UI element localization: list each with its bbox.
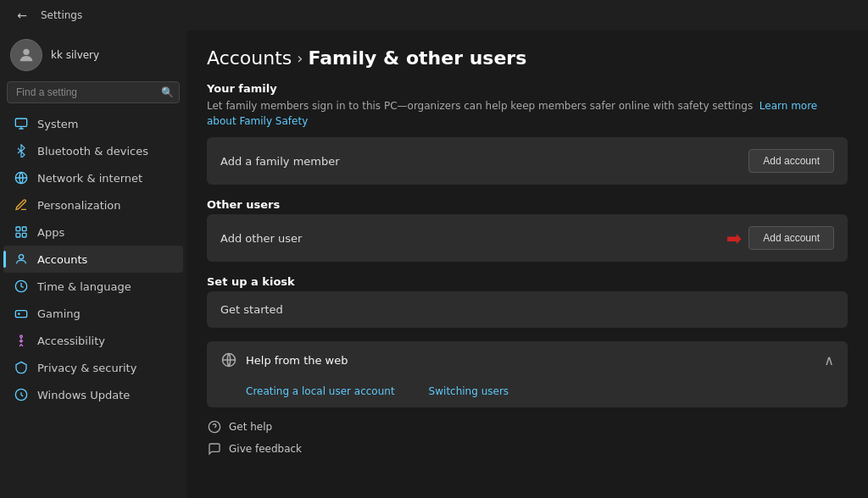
- get-help-link[interactable]: Get help: [207, 419, 848, 434]
- svg-rect-4: [22, 227, 26, 231]
- nav-system[interactable]: System: [3, 110, 183, 137]
- search-icon: 🔍: [161, 86, 174, 98]
- breadcrumb-accounts[interactable]: Accounts: [207, 47, 292, 69]
- nav-accessibility-label: Accessibility: [37, 335, 105, 347]
- gaming-icon: [14, 306, 29, 321]
- help-title: Help from the web: [246, 354, 348, 367]
- give-feedback-label: Give feedback: [229, 443, 302, 455]
- nav-accounts[interactable]: Accounts: [3, 246, 183, 273]
- arrow-indicator: ➡ Add account: [726, 226, 834, 250]
- update-icon: [14, 387, 29, 402]
- add-family-label: Add a family member: [220, 155, 340, 168]
- globe-icon: [220, 351, 237, 368]
- nav-apps[interactable]: Apps: [3, 219, 183, 246]
- help-link-local-account[interactable]: Creating a local user account: [246, 385, 395, 397]
- give-feedback-link[interactable]: Give feedback: [207, 441, 848, 456]
- bluetooth-icon: [14, 143, 29, 158]
- search-box: 🔍: [7, 81, 180, 103]
- content-area: Accounts › Family & other users Your fam…: [186, 30, 868, 498]
- network-icon: [14, 170, 29, 185]
- nav-accessibility[interactable]: Accessibility: [3, 327, 183, 354]
- help-card-body: Creating a local user account Switching …: [207, 379, 848, 407]
- avatar: [10, 39, 42, 71]
- give-feedback-icon: [207, 441, 222, 456]
- other-users-title: Other users: [207, 198, 848, 211]
- nav-network-label: Network & internet: [37, 172, 142, 185]
- your-family-title: Your family: [207, 82, 848, 95]
- kiosk-card: Get started: [207, 291, 848, 328]
- breadcrumb: Accounts › Family & other users: [207, 47, 848, 69]
- nav-privacy-label: Privacy & security: [37, 362, 136, 374]
- nav-personalization-label: Personalization: [37, 199, 121, 212]
- svg-rect-5: [16, 233, 20, 237]
- your-family-desc: Let family members sign in to this PC—or…: [207, 98, 848, 129]
- main-layout: kk silvery 🔍 System Bluetooth & devices: [0, 30, 868, 498]
- breadcrumb-chevron: ›: [297, 49, 303, 67]
- help-card-header[interactable]: Help from the web ∧: [207, 341, 848, 379]
- svg-point-10: [20, 335, 23, 338]
- svg-rect-3: [16, 227, 20, 231]
- help-card: Help from the web ∧ Creating a local use…: [207, 341, 848, 407]
- nav-bluetooth[interactable]: Bluetooth & devices: [3, 137, 183, 164]
- nav-system-label: System: [37, 118, 78, 130]
- nav-accounts-label: Accounts: [37, 253, 87, 266]
- svg-point-7: [19, 255, 23, 259]
- nav-gaming-label: Gaming: [37, 307, 81, 320]
- svg-rect-1: [15, 119, 26, 126]
- apps-icon: [14, 224, 29, 240]
- titlebar: ← Settings: [0, 0, 868, 30]
- nav-time[interactable]: Time & language: [3, 273, 183, 300]
- titlebar-title: Settings: [41, 9, 82, 21]
- nav-update-label: Windows Update: [37, 389, 130, 401]
- get-help-label: Get help: [229, 421, 272, 433]
- get-help-icon: [207, 419, 222, 434]
- sidebar: kk silvery 🔍 System Bluetooth & devices: [0, 30, 186, 498]
- nav-gaming[interactable]: Gaming: [3, 300, 183, 327]
- system-icon: [14, 116, 29, 131]
- svg-point-0: [23, 49, 29, 55]
- your-family-section: Your family Let family members sign in t…: [207, 82, 848, 185]
- nav-network[interactable]: Network & internet: [3, 164, 183, 191]
- kiosk-title: Set up a kiosk: [207, 275, 848, 288]
- nav-personalization[interactable]: Personalization: [3, 191, 183, 219]
- user-name: kk silvery: [51, 49, 99, 61]
- time-icon: [14, 279, 29, 294]
- accounts-icon: [14, 252, 29, 267]
- add-other-user-label: Add other user: [220, 232, 302, 245]
- nav-apps-label: Apps: [37, 226, 64, 239]
- privacy-icon: [14, 360, 29, 375]
- bottom-links: Get help Give feedback: [207, 416, 848, 460]
- svg-rect-9: [15, 311, 26, 318]
- app-window: ← Settings kk silvery 🔍: [0, 0, 868, 498]
- add-family-button[interactable]: Add account: [748, 149, 834, 173]
- back-button[interactable]: ←: [10, 3, 34, 27]
- help-collapse-icon: ∧: [824, 352, 834, 368]
- other-users-section: Other users Add other user ➡ Add account: [207, 198, 848, 262]
- add-other-user-button[interactable]: Add account: [748, 226, 834, 250]
- accessibility-icon: [14, 333, 29, 348]
- add-other-user-card: Add other user ➡ Add account: [207, 214, 848, 262]
- personalization-icon: [14, 197, 29, 213]
- kiosk-section: Set up a kiosk Get started: [207, 275, 848, 328]
- breadcrumb-current: Family & other users: [309, 47, 527, 69]
- svg-rect-6: [22, 233, 26, 237]
- help-link-switching-users[interactable]: Switching users: [429, 385, 509, 397]
- nav-update[interactable]: Windows Update: [3, 381, 183, 408]
- nav-time-label: Time & language: [37, 280, 131, 293]
- search-input[interactable]: [7, 81, 180, 103]
- kiosk-get-started-label: Get started: [220, 303, 283, 316]
- nav-bluetooth-label: Bluetooth & devices: [37, 145, 148, 158]
- nav-privacy[interactable]: Privacy & security: [3, 354, 183, 381]
- user-section: kk silvery: [0, 30, 186, 81]
- red-arrow-icon: ➡: [726, 228, 742, 249]
- add-family-card: Add a family member Add account: [207, 137, 848, 185]
